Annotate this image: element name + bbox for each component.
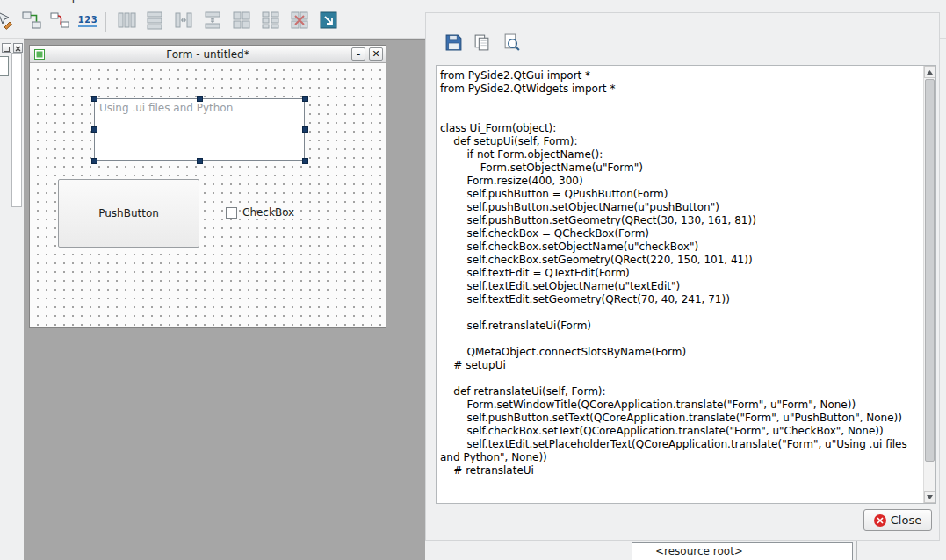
pushbutton-widget[interactable]: PushButton <box>58 179 199 248</box>
edit-buddies-icon <box>49 10 70 33</box>
code-preview-dialog: from PySide2.QtGui import * from PySide2… <box>425 12 940 541</box>
lay-out-horizontal-splitter-button[interactable] <box>171 9 196 33</box>
selection-handle-bottom-center[interactable] <box>197 158 203 164</box>
edit-tab-order-button[interactable]: 123 <box>76 9 100 33</box>
panel-divider <box>856 541 857 560</box>
save-button[interactable] <box>442 32 465 55</box>
selection-handle-middle-left[interactable] <box>91 126 97 133</box>
form-window-titlebar[interactable]: Form - untitled* - ✕ <box>30 46 386 63</box>
lay-out-vertical-splitter-icon <box>202 10 223 33</box>
lay-out-grid-icon <box>231 10 252 33</box>
edit-buddies-button[interactable] <box>47 9 72 33</box>
close-red-icon <box>874 514 886 527</box>
checkbox-label: CheckBox <box>242 206 294 219</box>
edit-widgets-button[interactable] <box>0 9 16 33</box>
form-window-title: Form - untitled* <box>30 48 386 61</box>
selection-handle-middle-right[interactable] <box>302 126 308 133</box>
copy-icon <box>473 33 491 54</box>
selection-handle-top-right[interactable] <box>302 96 308 102</box>
widget-filter-input[interactable] <box>0 56 9 76</box>
lay-out-horizontally-button[interactable] <box>114 9 139 33</box>
form-minimize-button[interactable]: - <box>351 47 365 61</box>
form-window-icon <box>34 49 45 60</box>
close-button[interactable]: Close <box>863 509 932 531</box>
toolbar-separator <box>105 12 106 32</box>
menu-window[interactable]: Window <box>7 0 48 3</box>
lay-out-form-icon <box>260 10 281 33</box>
form-canvas[interactable]: Using .ui files and Python PushButton Ch… <box>30 63 386 327</box>
adjust-size-button[interactable] <box>316 9 341 33</box>
form-editor-window: Form - untitled* - ✕ Using .ui files and… <box>29 45 386 328</box>
edit-tab-order-icon: 123 <box>78 15 97 27</box>
checkbox-indicator[interactable] <box>226 207 237 219</box>
find-icon <box>502 33 521 54</box>
menu-help[interactable]: Help <box>54 0 78 3</box>
break-layout-icon <box>289 10 310 33</box>
resource-root-item[interactable]: <resource root> <box>632 542 853 560</box>
arrow-down-icon <box>927 495 933 499</box>
copy-button[interactable] <box>470 32 493 55</box>
textedit-widget[interactable]: Using .ui files and Python <box>94 98 305 161</box>
edit-signals-slots-icon <box>21 10 42 33</box>
lay-out-grid-button[interactable] <box>229 9 254 33</box>
close-button-label: Close <box>891 513 921 527</box>
scroll-up-button[interactable] <box>924 66 935 78</box>
lay-out-horizontally-icon <box>116 10 137 33</box>
selection-handle-bottom-right[interactable] <box>302 158 308 164</box>
save-icon <box>444 33 463 54</box>
edit-widgets-icon <box>0 10 14 33</box>
scroll-down-button[interactable] <box>924 491 935 503</box>
form-close-button[interactable]: ✕ <box>369 47 383 61</box>
scrollbar-thumb[interactable] <box>925 79 935 462</box>
dock-close-button[interactable] <box>13 43 23 53</box>
selection-handle-top-left[interactable] <box>91 96 97 102</box>
checkbox-widget[interactable]: CheckBox <box>226 206 294 219</box>
code-view[interactable]: from PySide2.QtGui import * from PySide2… <box>436 65 936 504</box>
generated-python-code[interactable]: from PySide2.QtGui import * from PySide2… <box>437 66 923 503</box>
mdi-area: Form - untitled* - ✕ Using .ui files and… <box>24 39 425 560</box>
selection-handle-top-center[interactable] <box>197 96 203 102</box>
arrow-up-icon <box>927 70 933 75</box>
edit-signals-slots-button[interactable] <box>19 9 44 33</box>
code-vertical-scrollbar[interactable] <box>923 66 935 503</box>
lay-out-vertically-icon <box>144 10 165 33</box>
find-button[interactable] <box>500 32 523 55</box>
dock-float-button[interactable] <box>2 43 11 53</box>
lay-out-form-button[interactable] <box>258 9 283 33</box>
selection-handle-bottom-left[interactable] <box>91 158 97 164</box>
lay-out-horizontal-splitter-icon <box>173 10 194 33</box>
dock-float-icon <box>4 42 10 54</box>
adjust-size-icon <box>318 10 339 33</box>
lay-out-vertically-button[interactable] <box>142 9 167 33</box>
widget-box-dock <box>0 39 24 560</box>
widget-box-scrollbar[interactable] <box>11 53 22 207</box>
break-layout-button[interactable] <box>287 9 312 33</box>
lay-out-vertical-splitter-button[interactable] <box>200 9 225 33</box>
bottom-strip: <resource root> <box>425 541 946 560</box>
